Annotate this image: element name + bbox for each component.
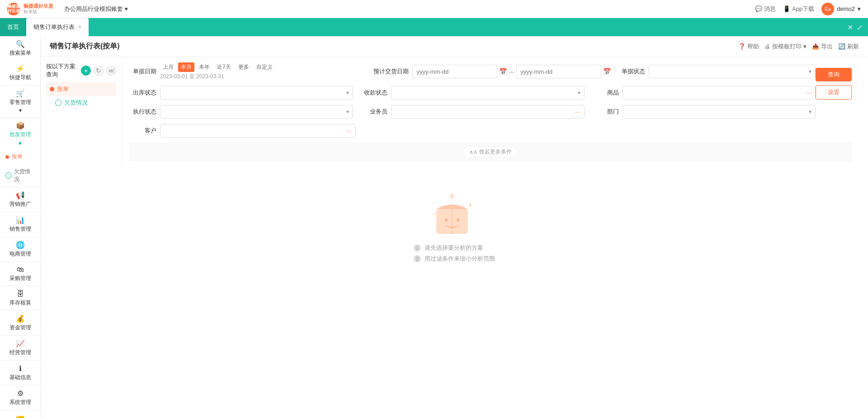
department-label: 部门	[592, 108, 619, 116]
sidebar-basic-label: 基础信息	[9, 374, 31, 381]
sidebar-system-label: 系统管理	[9, 399, 31, 406]
sidebar-operations-section: 📈 经营管理	[0, 336, 40, 361]
sidebar-item-enterprise[interactable]: 🤝 企业协同	[0, 410, 40, 418]
logo-icon: 畅捷通好生意	[7, 3, 20, 15]
sidebar-inventory-section: 🗄 库存核算	[0, 286, 40, 311]
doc-status-select[interactable]: ▾	[649, 65, 816, 78]
retail-chevron: ▾	[19, 107, 22, 114]
period-btn-more[interactable]: 更多	[236, 62, 252, 72]
sidebar-quick-nav[interactable]: ⚡ 快捷导航	[0, 61, 40, 85]
sidebar-item-purchase[interactable]: 🛍 采购管理	[0, 262, 40, 286]
sidebar-search[interactable]: 🔍 搜索菜单	[0, 36, 40, 61]
goods-select[interactable]: ···	[623, 86, 816, 100]
active-dot	[5, 155, 9, 159]
page-title: 销售订单执行表(按单)	[50, 42, 120, 51]
exec-status-select[interactable]: ▾	[160, 105, 353, 119]
message-button[interactable]: 💬 消息	[755, 5, 776, 13]
period-btn-this-month[interactable]: 本月	[178, 62, 194, 72]
sidebar-item-ecommerce[interactable]: 🌐 电商管理	[0, 237, 40, 261]
query-settings-col: 查询 设置	[816, 62, 852, 100]
customer-select[interactable]: ···	[160, 124, 356, 138]
export-button[interactable]: 📤 导出	[812, 43, 833, 51]
main-content: 销售订单执行表(按单) ❓ 帮助 🖨 按模板打印 ▾ 📤 导出 🔄 刷新	[41, 36, 868, 418]
hint-text-1: 请先选择要分析的方案	[425, 244, 483, 252]
sidebar-sales-section: 📊 销售管理	[0, 212, 40, 237]
sidebar-retail-section: 🛒 零售管理 ▾	[0, 86, 40, 118]
filter-left-title-text: 按以下方案查询	[46, 62, 81, 79]
collapse-label: 收起更多条件	[479, 148, 512, 156]
salesperson-select[interactable]: ···	[391, 105, 584, 119]
filter-row-3: 执行状态 ▾ 业务员 ···	[129, 105, 816, 119]
breadcrumb-dropdown[interactable]: 办公用品行业模拟账套 ▾	[64, 5, 128, 13]
filter-row-4: 客户 ···	[129, 124, 816, 138]
svg-point-3	[457, 219, 459, 222]
plan-item-press-order[interactable]: ● 按单	[46, 82, 116, 96]
collapse-button[interactable]: ∧∧ 收起更多条件	[463, 146, 518, 157]
customer-dots-icon[interactable]: ···	[346, 127, 352, 134]
tab-sales-order[interactable]: 销售订单执行表 ×	[26, 18, 89, 36]
filter-salesperson: 业务员 ···	[360, 105, 584, 119]
exec-status-chevron: ▾	[346, 109, 349, 115]
window-expand-button[interactable]: ⤢	[857, 23, 863, 32]
app-name: 畅捷通好生意	[24, 3, 53, 9]
expected-date-to[interactable]	[516, 65, 601, 78]
avatar-text: Ea	[825, 6, 831, 12]
app-download-button[interactable]: 📱 App下载	[783, 5, 814, 13]
window-close-button[interactable]: ✕	[847, 23, 853, 32]
sidebar-search-label: 搜索菜单	[9, 49, 31, 57]
empty-hint-1: 1 请先选择要分析的方案	[414, 244, 495, 252]
collapse-plan-button[interactable]: ≪	[106, 66, 116, 76]
sidebar-item-basic[interactable]: ℹ 基础信息	[0, 361, 40, 385]
period-btn-custom[interactable]: 自定义	[254, 62, 275, 72]
sidebar-item-inventory[interactable]: 🗄 库存核算	[0, 286, 40, 310]
top-header: 畅捷通好生意 畅捷通好生意 标准版 办公用品行业模拟账套 ▾ 💬 消息 📱 Ap…	[0, 0, 868, 18]
tab-home-label: 首页	[7, 23, 19, 31]
circle-icon: ○	[5, 172, 11, 179]
basic-icon: ℹ	[19, 364, 22, 373]
nav-tabs: 首页 销售订单执行表 × ✕ ⤢	[0, 18, 868, 36]
goods-dots-icon[interactable]: ···	[806, 89, 811, 96]
salesperson-dots-icon[interactable]: ···	[575, 108, 580, 115]
tab-close-icon[interactable]: ×	[78, 24, 81, 30]
sidebar-item-finance[interactable]: 💰 资金管理	[0, 311, 40, 335]
add-plan-button[interactable]: +	[81, 66, 91, 76]
period-btn-this-year[interactable]: 本年	[196, 62, 212, 72]
sidebar-search-section: 🔍 搜索菜单 ⚡ 快捷导航	[0, 36, 40, 86]
filter-payment-status: 收款状态 ▾	[360, 86, 584, 100]
sidebar-marketing-section: 📢 营销推广	[0, 187, 40, 212]
refresh-plan-button[interactable]: ↻	[94, 66, 104, 76]
help-button[interactable]: ❓ 帮助	[738, 43, 759, 51]
date-separator: —	[509, 68, 514, 75]
wholesale-icon: 📦	[16, 121, 25, 130]
department-select[interactable]: ▾	[623, 105, 816, 119]
sidebar-item-operations[interactable]: 📈 经营管理	[0, 336, 40, 360]
period-btn-7days[interactable]: 近7天	[214, 62, 234, 72]
sidebar-wholesale-section: 📦 批发管理 ▲ 按单 ○ 欠货情况	[0, 118, 40, 187]
sidebar-item-wholesale[interactable]: 📦 批发管理 ▲	[0, 118, 40, 149]
tab-home[interactable]: 首页	[0, 18, 26, 36]
settings-button[interactable]: 设置	[816, 85, 852, 100]
sidebar-item-retail[interactable]: 🛒 零售管理 ▾	[0, 86, 40, 117]
plan-sub-icon	[55, 100, 61, 106]
sidebar-item-system[interactable]: ⚙ 系统管理	[0, 385, 40, 410]
sidebar-item-sales[interactable]: 📊 销售管理	[0, 212, 40, 237]
nav-window-controls: ✕ ⤢	[847, 23, 868, 32]
app-sub-label: 标准版	[24, 9, 53, 14]
sidebar-sub-debt[interactable]: ○ 欠货情况	[0, 164, 40, 187]
sidebar-enterprise-section: 🤝 企业协同	[0, 410, 40, 418]
out-status-select[interactable]: ▾	[160, 86, 353, 100]
sidebar-item-marketing[interactable]: 📢 营销推广	[0, 187, 40, 212]
period-btn-prev-month[interactable]: 上月	[160, 62, 176, 72]
sidebar-sub-press-order[interactable]: 按单	[0, 149, 40, 164]
query-button[interactable]: 查询	[816, 68, 852, 81]
user-area[interactable]: Ea demo2 ▾	[821, 3, 861, 15]
plan-item-debt[interactable]: 欠货情况	[46, 96, 116, 109]
goods-label: 商品	[592, 89, 619, 97]
expected-date-from[interactable]	[412, 65, 497, 78]
sidebar-ecommerce-label: 电商管理	[9, 250, 31, 258]
page-header: 销售订单执行表(按单) ❓ 帮助 🖨 按模板打印 ▾ 📤 导出 🔄 刷新	[41, 36, 868, 57]
filter-right: 单据日期 上月 本月 本年 近7天 更多 自定义	[122, 57, 859, 166]
payment-status-select[interactable]: ▾	[391, 86, 584, 100]
refresh-button[interactable]: 🔄 刷新	[838, 43, 859, 51]
print-button[interactable]: 🖨 按模板打印 ▾	[764, 43, 807, 51]
